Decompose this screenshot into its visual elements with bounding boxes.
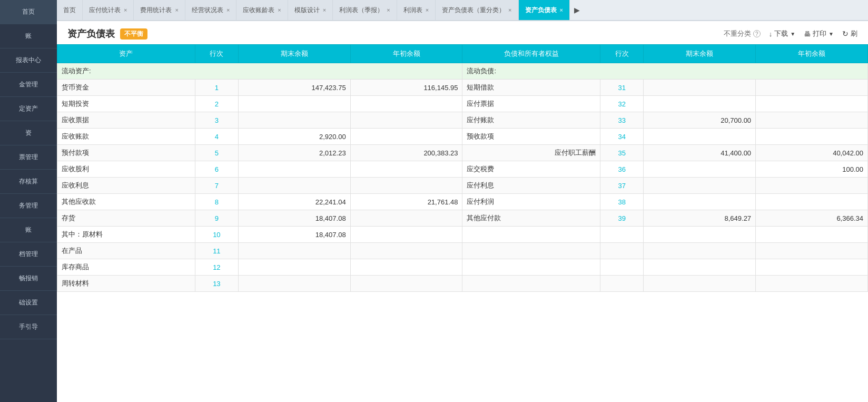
asset-end-balance[interactable]: 18,407.08 — [238, 227, 350, 243]
tab-close-icon[interactable]: × — [278, 7, 281, 13]
print-label: 打印 — [813, 29, 826, 38]
asset-end-balance[interactable] — [238, 259, 350, 276]
sidebar-item-ticket-mgmt[interactable]: 票管理 — [0, 145, 57, 170]
tab-scroll-right-icon[interactable]: ▶ — [570, 6, 584, 14]
tab-profit[interactable]: 利润表 × — [397, 0, 436, 20]
liab-end-balance[interactable] — [644, 178, 756, 194]
liab-seq: 37 — [600, 178, 644, 194]
tab-close-icon[interactable]: × — [560, 7, 563, 13]
asset-end-balance[interactable]: 147,423.75 — [238, 80, 350, 96]
asset-end-balance[interactable] — [238, 276, 350, 292]
liab-begin-balance[interactable] — [756, 227, 868, 243]
asset-end-balance[interactable] — [238, 96, 350, 112]
tab-payable-stats[interactable]: 应付统计表 × — [83, 0, 134, 20]
liab-end-balance[interactable] — [644, 259, 756, 276]
asset-begin-balance[interactable] — [350, 178, 462, 194]
liab-begin-balance[interactable] — [756, 194, 868, 210]
liab-end-balance[interactable]: 8,649.27 — [644, 210, 756, 227]
tab-close-icon[interactable]: × — [124, 7, 127, 13]
asset-begin-balance[interactable] — [350, 227, 462, 243]
asset-end-balance[interactable] — [238, 112, 350, 129]
liab-begin-balance[interactable] — [756, 96, 868, 112]
asset-end-balance[interactable] — [238, 178, 350, 194]
liab-end-balance[interactable] — [644, 161, 756, 178]
sidebar-item-guide[interactable]: 手引导 — [0, 315, 57, 339]
liab-begin-balance[interactable] — [756, 276, 868, 292]
liab-end-balance[interactable]: 20,700.00 — [644, 112, 756, 129]
sidebar-item-ledger[interactable]: 账 — [0, 218, 57, 242]
asset-end-balance[interactable]: 22,241.04 — [238, 194, 350, 210]
asset-begin-balance[interactable] — [350, 259, 462, 276]
liab-end-balance[interactable] — [644, 276, 756, 292]
sidebar-item-fund-mgmt[interactable]: 金管理 — [0, 73, 57, 97]
liab-end-balance[interactable] — [644, 80, 756, 96]
tab-close-icon[interactable]: × — [323, 7, 326, 13]
asset-begin-balance[interactable]: 21,761.48 — [350, 194, 462, 210]
asset-end-balance[interactable]: 18,407.08 — [238, 210, 350, 227]
sidebar-item-fixed-assets[interactable]: 定资产 — [0, 97, 57, 121]
asset-end-balance[interactable]: 2,920.00 — [238, 129, 350, 145]
asset-begin-balance[interactable] — [350, 112, 462, 129]
no-reclassify-label: 不重分类 — [724, 29, 751, 38]
liab-end-balance[interactable]: 41,400.00 — [644, 145, 756, 161]
liab-begin-balance[interactable] — [756, 259, 868, 276]
sidebar-item-expense[interactable]: 畅报销 — [0, 267, 57, 291]
table-row: 在产品 11 — [57, 243, 868, 259]
sidebar-item-home[interactable]: 首页 — [0, 0, 57, 24]
liab-begin-balance[interactable] — [756, 178, 868, 194]
tab-home[interactable]: 首页 — [57, 0, 83, 20]
liab-seq: 36 — [600, 161, 644, 178]
liab-begin-balance[interactable]: 40,042.00 — [756, 145, 868, 161]
asset-end-balance[interactable] — [238, 243, 350, 259]
tab-close-icon[interactable]: × — [426, 7, 429, 13]
sidebar-item-inventory[interactable]: 存核算 — [0, 170, 57, 194]
liab-begin-balance[interactable] — [756, 112, 868, 129]
liab-end-balance[interactable] — [644, 227, 756, 243]
report-table: 资产 行次 期末余额 年初余额 负债和所有者权益 行次 期末余额 年初余额 流动… — [57, 44, 868, 292]
liab-begin-balance[interactable]: 6,366.34 — [756, 210, 868, 227]
asset-begin-balance[interactable]: 116,145.95 — [350, 80, 462, 96]
tab-expense-stats[interactable]: 费用统计表 × — [134, 0, 185, 20]
liab-begin-balance[interactable] — [756, 129, 868, 145]
asset-end-balance[interactable]: 2,012.23 — [238, 145, 350, 161]
liab-label — [462, 243, 600, 259]
sidebar-item-report-center[interactable]: 报表中心 — [0, 48, 57, 73]
liab-end-balance[interactable] — [644, 194, 756, 210]
liab-begin-balance[interactable]: 100.00 — [756, 161, 868, 178]
tab-close-icon[interactable]: × — [226, 7, 230, 13]
tab-receivable-aging[interactable]: 应收账龄表 × — [236, 0, 288, 20]
tab-close-icon[interactable]: × — [508, 7, 511, 13]
sidebar-item-settings[interactable]: 础设置 — [0, 291, 57, 315]
tab-balance[interactable]: 资产负债表 × — [519, 0, 570, 20]
liab-end-balance[interactable] — [644, 129, 756, 145]
asset-begin-balance[interactable] — [350, 96, 462, 112]
tab-template-design[interactable]: 模版设计 × — [288, 0, 333, 20]
tab-balance-reclassify[interactable]: 资产负债表（重分类） × — [436, 0, 518, 20]
sidebar-item-label: 账 — [25, 32, 32, 40]
liab-begin-balance[interactable] — [756, 243, 868, 259]
asset-begin-balance[interactable] — [350, 276, 462, 292]
asset-begin-balance[interactable] — [350, 243, 462, 259]
sidebar-item-tax-mgmt[interactable]: 务管理 — [0, 194, 57, 218]
sidebar-item-assets[interactable]: 资 — [0, 121, 57, 145]
print-button[interactable]: 🖶 打印 ▼ — [804, 29, 834, 38]
tab-close-icon[interactable]: × — [387, 7, 390, 13]
asset-begin-balance[interactable] — [350, 210, 462, 227]
asset-end-balance[interactable] — [238, 161, 350, 178]
liab-end-balance[interactable] — [644, 96, 756, 112]
sidebar-item-account[interactable]: 账 — [0, 24, 57, 48]
asset-begin-balance[interactable] — [350, 161, 462, 178]
tab-close-icon[interactable]: × — [175, 7, 178, 13]
liab-begin-balance[interactable] — [756, 80, 868, 96]
asset-begin-balance[interactable]: 200,383.23 — [350, 145, 462, 161]
asset-begin-balance[interactable] — [350, 129, 462, 145]
refresh-button[interactable]: ↻ 刷 — [842, 29, 857, 38]
no-reclassify-option[interactable]: 不重分类 ? — [724, 29, 761, 38]
tab-business-status[interactable]: 经营状况表 × — [185, 0, 236, 20]
liab-end-balance[interactable] — [644, 243, 756, 259]
table-row: 周转材料 13 — [57, 276, 868, 292]
download-button[interactable]: ↓ 下载 ▼ — [769, 29, 795, 38]
main-area: 首页 应付统计表 × 费用统计表 × 经营状况表 × 应收账龄表 × 模版设计 … — [57, 0, 868, 402]
sidebar-item-archive[interactable]: 档管理 — [0, 242, 57, 267]
tab-profit-quarterly[interactable]: 利润表（季报） × — [333, 0, 397, 20]
